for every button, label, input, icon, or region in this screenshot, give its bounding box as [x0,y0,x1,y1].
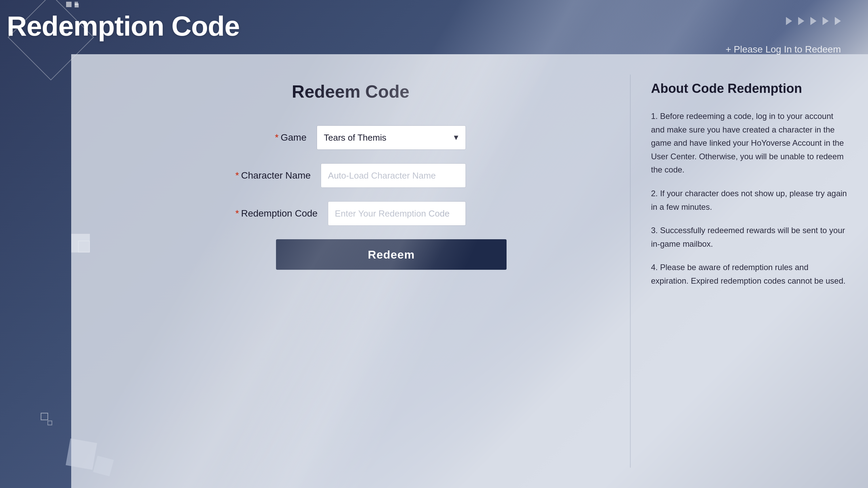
character-name-label: *Character Name [235,170,321,181]
nav-arrows [786,17,841,25]
redemption-code-label: *Redemption Code [235,208,328,219]
game-select[interactable]: Tears of Themis [317,125,466,150]
main-card: Redeem Code *Game Tears of Themis ▼ *Cha… [71,54,868,488]
character-required-marker: * [235,170,239,181]
nav-arrow-1[interactable] [786,17,792,25]
info-title: About Code Redemption [651,81,848,96]
form-title: Redeem Code [292,81,410,102]
square-bottom-left-2 [47,421,52,425]
info-point-3: 3. Successfully redeemed rewards will be… [651,224,848,250]
game-select-wrapper: Tears of Themis ▼ [317,125,466,150]
square-bottom-left-1 [41,413,48,420]
diamond-dot-1 [75,3,79,7]
dot-decoration-1 [66,2,72,7]
nav-arrow-3[interactable] [810,17,816,25]
nav-arrow-2[interactable] [798,17,804,25]
game-label: *Game [235,132,317,143]
login-link-text: + Please Log In to Redeem [726,44,841,55]
redemption-code-input[interactable] [328,201,466,226]
game-required-marker: * [275,132,279,143]
info-point-4: 4. Please be aware of redemption rules a… [651,261,848,287]
nav-arrow-5[interactable] [835,17,841,25]
info-point-1: 1. Before redeeming a code, log in to yo… [651,109,848,177]
info-point-2: 2. If your character does not show up, p… [651,187,848,214]
form-panel: Redeem Code *Game Tears of Themis ▼ *Cha… [71,54,630,488]
login-link[interactable]: + Please Log In to Redeem [726,44,841,55]
page-title: Redemption Code [7,10,240,42]
game-field-group: *Game Tears of Themis ▼ [235,125,466,150]
character-name-input[interactable] [321,163,466,188]
redemption-code-field-group: *Redemption Code [235,201,466,226]
nav-arrow-4[interactable] [823,17,829,25]
info-panel: About Code Redemption 1. Before redeemin… [631,54,868,488]
character-name-field-group: *Character Name [235,163,466,188]
redeem-button[interactable]: Redeem [276,239,507,270]
code-required-marker: * [235,208,239,219]
